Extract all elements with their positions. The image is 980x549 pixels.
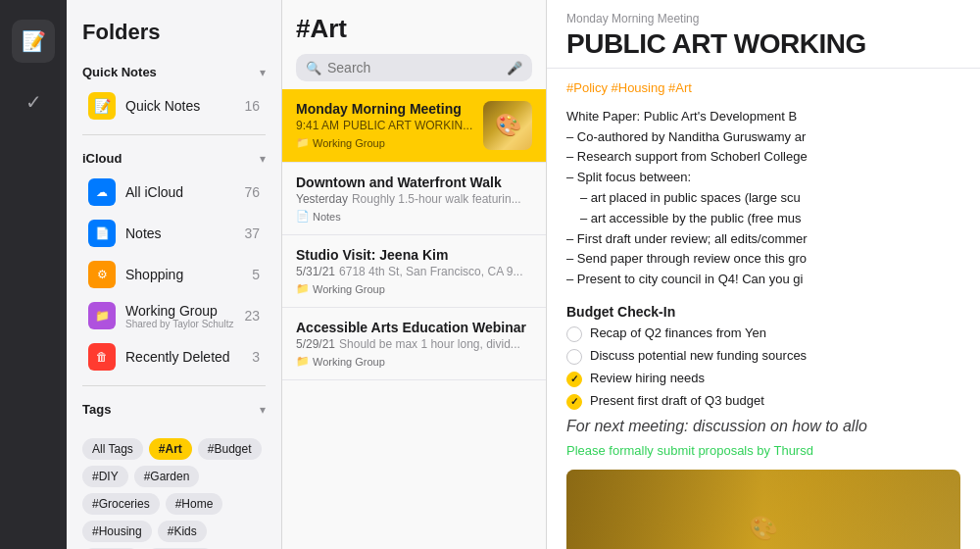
bottom-image: 🎨	[566, 470, 960, 549]
body-intro-line-9: – Present to city council in Q4! Can you…	[566, 270, 960, 290]
checkbox-0[interactable]	[566, 326, 582, 342]
footer-italic: For next meeting: discussion on how to a…	[566, 418, 960, 435]
recently-deleted-icon: 🗑	[88, 343, 116, 371]
tag-home[interactable]: #Home	[166, 493, 223, 515]
note-item-0[interactable]: Monday Morning Meeting 9:41 AM PUBLIC AR…	[282, 89, 546, 163]
divider-1	[82, 134, 266, 135]
tag-groceries[interactable]: #Groceries	[82, 493, 160, 515]
folder-item-all-icloud[interactable]: ☁ All iCloud 76	[73, 172, 275, 213]
tags-grid: All Tags #Art #Budget #DIY #Garden #Groc…	[82, 438, 266, 549]
note-body-text: White Paper: Public Art's Development B …	[566, 107, 960, 290]
tags-section-header[interactable]: Tags ▾	[67, 394, 281, 423]
body-intro-line-6: – art accessible by the public (free mus	[566, 209, 960, 229]
icloud-section-header[interactable]: iCloud ▾	[67, 143, 281, 172]
quick-notes-folder-icon: 📝	[88, 92, 116, 120]
bottom-image-placeholder: 🎨	[749, 515, 778, 542]
body-intro-line-2: – Co-authored by Nanditha Guruswamy ar	[566, 127, 960, 148]
folder-icon-1: 📄	[296, 210, 310, 223]
tags-label: Tags	[82, 402, 111, 417]
checkbox-3[interactable]	[566, 394, 582, 410]
folder-item-recently-deleted[interactable]: 🗑 Recently Deleted 3	[73, 336, 275, 377]
icloud-chevron: ▾	[260, 152, 266, 166]
notes-sidebar-icon[interactable]: 📝	[12, 20, 55, 63]
body-intro-line-5: – art placed in public spaces (large scu	[566, 188, 960, 209]
body-intro-line-3: – Research support from Schoberl College	[566, 147, 960, 168]
tag-housing[interactable]: #Housing	[82, 521, 152, 542]
folder-item-shopping[interactable]: ⚙ Shopping 5	[73, 254, 275, 295]
working-group-name: Working Group	[125, 303, 244, 319]
note-item-1-content: Downtown and Waterfront Walk Yesterday R…	[296, 175, 532, 223]
shopping-count: 5	[252, 267, 260, 282]
note-2-tag: 📁 Working Group	[296, 282, 532, 295]
note-3-date: 5/29/21	[296, 337, 335, 351]
body-intro-line-8: – Send paper through review once this gr…	[566, 249, 960, 270]
tag-kids[interactable]: #Kids	[158, 521, 207, 542]
checklist-item-3: Present first draft of Q3 budget	[566, 393, 960, 410]
note-1-tag: 📄 Notes	[296, 210, 532, 223]
body-intro-line-7: – First draft under review; all edits/co…	[566, 229, 960, 250]
tag-all-tags[interactable]: All Tags	[82, 438, 143, 460]
folder-icon-2: 📁	[296, 282, 310, 295]
notes-list-header: #Art 🔍 🎤	[282, 0, 546, 89]
quick-notes-name: Quick Notes	[125, 98, 244, 114]
search-bar[interactable]: 🔍 🎤	[296, 54, 532, 81]
note-item-0-content: Monday Morning Meeting 9:41 AM PUBLIC AR…	[296, 101, 473, 149]
notes-folder-icon: 📄	[88, 220, 116, 247]
note-detail-title: PUBLIC ART WORKING	[566, 29, 960, 60]
folder-item-working-group[interactable]: 📁 Working Group Shared by Taylor Schultz…	[73, 295, 275, 336]
note-item-3-content: Accessible Arts Education Webinar 5/29/2…	[296, 320, 532, 368]
shopping-icon: ⚙	[88, 261, 116, 288]
tags-chevron: ▾	[260, 403, 266, 417]
note-item-1[interactable]: Downtown and Waterfront Walk Yesterday R…	[282, 163, 546, 235]
search-input[interactable]	[327, 60, 501, 75]
note-detail-header: Monday Morning Meeting PUBLIC ART WORKIN…	[547, 0, 980, 69]
note-0-meta: 9:41 AM PUBLIC ART WORKIN...	[296, 119, 473, 132]
shopping-name: Shopping	[125, 267, 252, 282]
folders-panel: Folders Quick Notes ▾ 📝 Quick Notes 16 i…	[67, 0, 282, 549]
quick-notes-chevron: ▾	[260, 66, 266, 79]
checkbox-1[interactable]	[566, 349, 582, 365]
reminders-sidebar-icon[interactable]: ✓	[12, 80, 55, 124]
all-icloud-count: 76	[244, 184, 260, 200]
quick-notes-section-header[interactable]: Quick Notes ▾	[67, 57, 281, 85]
note-2-date: 5/31/21	[296, 265, 335, 278]
note-detail-body[interactable]: #Policy #Housing #Art White Paper: Publi…	[547, 69, 980, 549]
note-item-2[interactable]: Studio Visit: Jeena Kim 5/31/21 6718 4th…	[282, 235, 546, 308]
note-0-tag: 📁 Working Group	[296, 136, 473, 149]
note-detail-breadcrumb: Monday Morning Meeting	[566, 12, 960, 25]
tag-budget[interactable]: #Budget	[198, 438, 262, 460]
folders-title: Folders	[67, 16, 281, 57]
checkbox-2[interactable]	[566, 372, 582, 387]
working-group-subtitle: Shared by Taylor Schultz	[125, 319, 244, 329]
note-0-thumbnail	[483, 101, 532, 150]
note-2-title: Studio Visit: Jeena Kim	[296, 247, 532, 263]
checklist-label-0: Recap of Q2 finances from Yen	[590, 325, 766, 340]
quick-notes-label: Quick Notes	[82, 65, 157, 79]
folder-item-notes[interactable]: 📄 Notes 37	[73, 213, 275, 254]
notes-folder-name: Notes	[125, 225, 244, 241]
note-3-preview: Should be max 1 hour long, divid...	[339, 337, 520, 351]
checklist-item-1: Discuss potential new funding sources	[566, 348, 960, 365]
reminders-icon: ✓	[25, 90, 42, 114]
working-group-count: 23	[244, 308, 260, 324]
tag-art[interactable]: #Art	[149, 438, 192, 460]
divider-2	[82, 385, 266, 386]
tag-garden[interactable]: #Garden	[134, 466, 200, 487]
note-1-preview: Roughly 1.5-hour walk featurin...	[352, 192, 521, 206]
note-tags-line: #Policy #Housing #Art	[566, 80, 960, 95]
tags-section: All Tags #Art #Budget #DIY #Garden #Groc…	[67, 423, 281, 549]
checklist-item-2: Review hiring needs	[566, 371, 960, 387]
search-icon: 🔍	[306, 61, 321, 75]
budget-check-in-heading: Budget Check-In	[566, 304, 960, 320]
note-item-3[interactable]: Accessible Arts Education Webinar 5/29/2…	[282, 308, 546, 380]
all-icloud-icon: ☁	[88, 178, 116, 206]
folder-icon-0: 📁	[296, 136, 310, 149]
note-0-preview: PUBLIC ART WORKIN...	[343, 119, 472, 132]
footer-green: Please formally submit proposals by Thur…	[566, 443, 960, 458]
notes-icon: 📝	[22, 29, 46, 53]
recently-deleted-name: Recently Deleted	[125, 349, 252, 365]
tag-diy[interactable]: #DIY	[82, 466, 128, 487]
checklist-label-1: Discuss potential new funding sources	[590, 348, 807, 363]
folder-item-quick-notes[interactable]: 📝 Quick Notes 16	[73, 85, 275, 126]
checklist-item-0: Recap of Q2 finances from Yen	[566, 325, 960, 342]
